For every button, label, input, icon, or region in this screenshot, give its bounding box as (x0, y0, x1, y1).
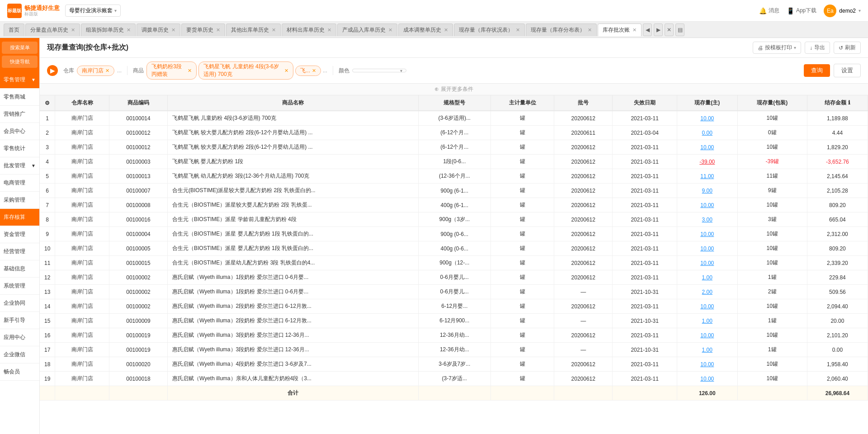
sidebar-item-ecommerce[interactable]: 电商管理 (0, 175, 39, 192)
tab-3[interactable]: 调拨单历史 ✕ (137, 24, 180, 36)
cell-qty-pack-13: 10罐 (737, 299, 807, 314)
app-download-button[interactable]: 📱 App下载 (787, 7, 816, 14)
cell-spec-14: 6-12月900... (418, 314, 491, 328)
tab-4[interactable]: 要货单历史 ✕ (181, 24, 225, 36)
tab-2[interactable]: 组装拆卸单历史 ✕ (81, 24, 136, 36)
tab-9[interactable]: 现存量（库存状况表） ✕ (454, 24, 525, 36)
cell-qty-main-14[interactable]: 1.00 (677, 314, 737, 328)
messages-button[interactable]: 🔔 消息 (759, 7, 779, 14)
export-button[interactable]: ↓ 导出 (805, 42, 830, 54)
cell-qty-main-3[interactable]: -39.00 (677, 155, 737, 169)
cell-qty-main-11[interactable]: 1.00 (677, 270, 737, 285)
cell-expire-12: 2021-10-31 (613, 285, 677, 299)
tab-6[interactable]: 材料出库单历史 ✕ (282, 24, 336, 36)
sidebar-item-operations[interactable]: 经营管理 (0, 243, 39, 260)
product-tag-1-close[interactable]: ✕ (188, 68, 192, 74)
cell-warehouse-14: 南岸门店 (55, 314, 109, 328)
cell-qty-main-2[interactable]: 10.00 (677, 140, 737, 155)
product-tag-2-close[interactable]: ✕ (284, 68, 288, 74)
settings-button[interactable]: 设置 (834, 64, 861, 77)
tab-6-close[interactable]: ✕ (327, 27, 331, 33)
tab-5-close[interactable]: ✕ (272, 27, 276, 33)
sidebar-search-button[interactable]: 搜索菜单 (2, 42, 38, 54)
cell-code-4: 00100013 (109, 169, 167, 184)
store-selector[interactable]: 母婴行业演示账套 ▾ (65, 5, 121, 17)
sidebar-item-purchase[interactable]: 采购管理 (0, 192, 39, 209)
cell-qty-main-9[interactable]: 10.00 (677, 241, 737, 256)
tab-home[interactable]: 首页 (4, 24, 24, 36)
user-area[interactable]: Ea demo2 ▾ (824, 5, 861, 17)
cell-qty-main-13[interactable]: 10.00 (677, 299, 737, 314)
sidebar-item-retail-mgmt[interactable]: 零售管理 ▼ (0, 71, 39, 89)
sidebar-item-wholesale[interactable]: 批发管理 ▼ (0, 157, 39, 175)
tab-3-close[interactable]: ✕ (171, 27, 175, 33)
cell-qty-main-18[interactable]: 10.00 (677, 372, 737, 386)
sidebar-item-marketing[interactable]: 营销推广 (0, 106, 39, 123)
cell-qty-main-10[interactable]: 10.00 (677, 256, 737, 270)
tab-nav-prev[interactable]: ◀ (643, 24, 652, 36)
tab-8[interactable]: 成本调整单历史 ✕ (398, 24, 453, 36)
filter-expand-button[interactable]: ▶ (47, 65, 58, 76)
cell-no-0: 1 (40, 111, 55, 126)
product-tag-1[interactable]: 飞鹤奶粉3段丙赠装 ✕ (146, 61, 197, 80)
tab-11-active[interactable]: 库存批次账 ✕ (598, 24, 642, 36)
sidebar-item-retail-mall[interactable]: 零售商城 (0, 89, 39, 106)
cell-qty-main-0[interactable]: 10.00 (677, 111, 737, 126)
cell-qty-main-7[interactable]: 3.00 (677, 212, 737, 227)
sidebar-item-app-center[interactable]: 应用中心 (0, 329, 39, 346)
tab-7-close[interactable]: ✕ (388, 27, 392, 33)
tab-10-close[interactable]: ✕ (588, 27, 592, 33)
sidebar-item-wechat[interactable]: 企业微信 (0, 346, 39, 363)
tab-close-current[interactable]: ✕ (665, 24, 674, 36)
tab-menu[interactable]: ▤ (675, 24, 684, 36)
sidebar-item-guide[interactable]: 新手引导 (0, 312, 39, 329)
query-button[interactable]: 查询 (804, 64, 830, 77)
cell-code-7: 00100016 (109, 212, 167, 227)
sidebar-item-finance[interactable]: 资金管理 (0, 226, 39, 243)
cell-qty-main-6[interactable]: 10.00 (677, 198, 737, 212)
sidebar-nav-button[interactable]: 快捷导航 (2, 56, 38, 68)
warehouse-more[interactable]: ... (117, 67, 122, 74)
sidebar-item-system[interactable]: 系统管理 (0, 278, 39, 295)
cell-warehouse-10: 南岸门店 (55, 256, 109, 270)
cell-qty-main-8[interactable]: 10.00 (677, 227, 737, 241)
cell-qty-main-5[interactable]: 9.00 (677, 184, 737, 198)
warehouse-filter-tag[interactable]: 南岸门店 ✕ (77, 66, 114, 76)
sidebar-item-inventory[interactable]: 库存核算 (0, 209, 39, 226)
cell-spec-5: 900g (6-1... (418, 184, 491, 198)
cell-name-3: 飞鹤星飞帆 婴儿配方奶粉 1段 (167, 155, 418, 169)
sidebar-item-member[interactable]: 会员中心 (0, 123, 39, 140)
col-warehouse: 仓库名称 (55, 95, 109, 111)
product-tag-2[interactable]: 飞鹤星飞帆 儿童奶粉 4段(3-6岁适用) 700克 ✕ (198, 61, 293, 80)
tab-7[interactable]: 产成品入库单历史 ✕ (337, 24, 397, 36)
cell-qty-main-16[interactable]: 1.00 (677, 343, 737, 357)
cell-qty-main-4[interactable]: 11.00 (677, 169, 737, 184)
product-tag-3[interactable]: 飞... ✕ (295, 66, 321, 76)
color-selector[interactable] (352, 69, 406, 72)
tab-10[interactable]: 现存量（库存分布表） ✕ (526, 24, 597, 36)
tab-11-close[interactable]: ✕ (632, 27, 637, 33)
cell-qty-main-15[interactable]: 10.00 (677, 328, 737, 343)
tab-1[interactable]: 分量盘点单历史 ✕ (25, 24, 80, 36)
expand-more-button[interactable]: ⊕ 展开更多条件 (434, 85, 473, 93)
cell-qty-main-12[interactable]: 2.00 (677, 285, 737, 299)
cell-qty-main-1[interactable]: 0.00 (677, 126, 737, 140)
tab-8-close[interactable]: ✕ (444, 27, 448, 33)
sidebar-item-retail-stats[interactable]: 零售统计 (0, 140, 39, 157)
tab-9-close[interactable]: ✕ (516, 27, 520, 33)
product-tag-3-close[interactable]: ✕ (312, 68, 316, 74)
tab-2-close[interactable]: ✕ (127, 27, 131, 33)
col-settings[interactable]: ⚙ (40, 95, 55, 111)
product-more[interactable]: ... (323, 67, 327, 74)
tab-nav-next[interactable]: ▶ (654, 24, 663, 36)
template-print-button[interactable]: 🖨 按模板打印 ▾ (753, 42, 801, 54)
tab-4-close[interactable]: ✕ (216, 27, 220, 33)
sidebar-item-basic-info[interactable]: 基础信息 (0, 260, 39, 278)
tab-1-close[interactable]: ✕ (71, 27, 75, 33)
sidebar-item-member-app[interactable]: 畅会员 (0, 363, 39, 381)
warehouse-tag-close[interactable]: ✕ (105, 68, 109, 74)
tab-5[interactable]: 其他出库单历史 ✕ (226, 24, 281, 36)
cell-qty-main-17[interactable]: 10.00 (677, 357, 737, 372)
refresh-button[interactable]: ↺ 刷新 (834, 42, 861, 54)
sidebar-item-enterprise[interactable]: 企业协同 (0, 295, 39, 312)
